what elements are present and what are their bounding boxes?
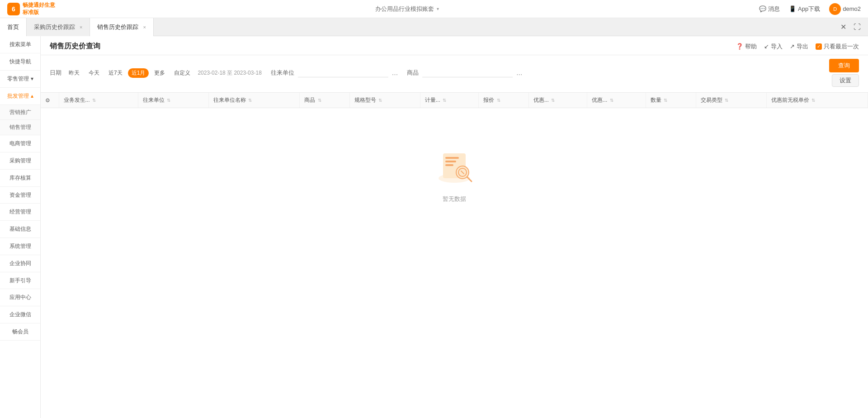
date-chip-last1m[interactable]: 近1月 [128,68,149,78]
sort-quantity-icon: ⇅ [664,98,667,103]
th-product[interactable]: 商品 ⇅ [300,93,350,108]
app-download-button[interactable]: 📱 App下载 [789,5,820,13]
table-wrapper: ⚙ 业务发生... ⇅ 往来单位 ⇅ 往来单位名称 ⇅ [41,93,868,418]
sidebar-item-inventory[interactable]: 库存核算 [0,170,40,187]
sidebar-item-member[interactable]: 畅会员 [0,323,40,341]
th-quote[interactable]: 报价 ⇅ [479,93,529,108]
sidebar-item-search[interactable]: 搜索菜单 [0,36,40,53]
export-button[interactable]: ↗ 导出 [790,43,808,51]
date-filter-group: 日期 昨天 今天 近7天 近1月 更多 自定义 2023-02-18 至 202… [50,68,262,78]
import-icon: ↙ [764,43,769,50]
column-settings-icon[interactable]: ⚙ [45,97,50,104]
only-last-checkbox[interactable]: ✓ [816,43,822,50]
main-layout: 搜索菜单 快捷导航 零售管理 ▾ 批发管理 ▴ 营销推广 销售管理 电商管理 采… [0,36,868,418]
product-dots-button[interactable]: ... [516,69,522,77]
close-window-button[interactable]: ✕ [839,21,848,33]
logo-text: 畅捷通好生意 标准版 [23,2,55,16]
date-label: 日期 [50,69,61,77]
product-label: 商品 [407,69,419,77]
th-biz-date[interactable]: 业务发生... ⇅ [59,93,138,108]
sidebar-item-wechat[interactable]: 企业微信 [0,306,40,323]
message-button[interactable]: 💬 消息 [759,5,780,13]
sidebar-item-system[interactable]: 系统管理 [0,238,40,255]
th-discount2[interactable]: 优惠... ⇅ [587,93,646,108]
table-header: ⚙ 业务发生... ⇅ 往来单位 ⇅ 往来单位名称 ⇅ [41,93,868,108]
sidebar-item-finance[interactable]: 资金管理 [0,187,40,204]
sort-partner-code-icon: ⇅ [167,98,170,103]
page-title-row: 销售历史价查询 ❓ 帮助 ↙ 导入 ↗ 导出 ✓ [50,42,859,55]
th-pretax-price[interactable]: 优惠前无税单价 ⇅ [766,93,868,108]
sidebar-item-guide[interactable]: 新手引导 [0,272,40,290]
tab-purchase-close-icon[interactable]: × [80,24,82,30]
date-chip-more[interactable]: 更多 [151,68,169,78]
maximize-window-button[interactable]: ⛶ [852,21,863,33]
product-input[interactable] [422,68,513,77]
partner-label: 往来单位 [271,69,294,77]
partner-dots-button[interactable]: ... [392,69,398,77]
th-unit[interactable]: 计量... ⇅ [420,93,479,108]
sidebar-item-ecommerce[interactable]: 电商管理 [0,135,40,152]
tab-window-actions: ✕ ⛶ [839,21,868,33]
tab-bar: 首页 采购历史价跟踪 × 销售历史价跟踪 × ✕ ⛶ [0,18,868,36]
th-partner-name[interactable]: 往来单位名称 ⇅ [208,93,300,108]
th-partner-code[interactable]: 往来单位 ⇅ [138,93,208,108]
sidebar-item-basic-info[interactable]: 基础信息 [0,221,40,238]
product-filter-group: 商品 ... [407,68,522,77]
sort-partner-name-icon: ⇅ [248,98,252,103]
sort-discount1-icon: ⇅ [551,98,555,103]
only-last-toggle[interactable]: ✓ 只看最后一次 [816,43,859,51]
logo-area: 6 畅捷通好生意 标准版 [7,2,55,16]
sidebar-item-enterprise[interactable]: 企业协同 [0,255,40,272]
query-button[interactable]: 查询 [829,59,859,72]
date-chip-today[interactable]: 今天 [85,68,103,78]
tab-home-label: 首页 [7,23,19,31]
sidebar-item-shortcuts[interactable]: 快捷导航 [0,53,40,71]
tab-purchase-history[interactable]: 采购历史价跟踪 × [27,18,90,36]
filter-row: 日期 昨天 今天 近7天 近1月 更多 自定义 2023-02-18 至 202… [50,59,859,87]
filter-right-actions: 查询 设置 [829,59,859,87]
sidebar-item-operations[interactable]: 经营管理 [0,204,40,221]
sort-product-icon: ⇅ [318,98,321,103]
date-chip-custom[interactable]: 自定义 [170,68,194,78]
date-chip-yesterday[interactable]: 昨天 [65,68,83,78]
import-button[interactable]: ↙ 导入 [764,43,783,51]
sidebar-item-marketing[interactable]: 营销推广 [0,105,40,120]
wholesale-collapse-icon: ▴ [31,93,33,99]
user-menu[interactable]: D demo2 [829,3,861,15]
sidebar-item-purchase[interactable]: 采购管理 [0,152,40,170]
tab-sales-close-icon[interactable]: × [143,24,146,30]
top-bar: 6 畅捷通好生意 标准版 办公用品行业模拟账套 ▾ 💬 消息 📱 App下载 D… [0,0,868,18]
sidebar-sub-wholesale: 营销推广 销售管理 [0,105,40,136]
message-icon: 💬 [759,5,766,12]
date-chip-last7[interactable]: 近7天 [105,68,126,78]
date-chips: 昨天 今天 近7天 近1月 更多 自定义 [65,68,194,78]
th-trade-type[interactable]: 交易类型 ⇅ [696,93,766,108]
settings-button[interactable]: 设置 [832,74,859,87]
date-range-text: 2023-02-18 至 2023-03-18 [198,69,261,77]
top-bar-left: 6 畅捷通好生意 标准版 [7,2,55,16]
tab-home[interactable]: 首页 [0,18,27,36]
avatar: D [829,3,841,15]
tab-sales-history[interactable]: 销售历史价跟踪 × [90,18,153,36]
top-bar-center: 办公用品行业模拟账套 ▾ [375,5,439,13]
th-discount1[interactable]: 优惠... ⇅ [528,93,587,108]
top-bar-right: 💬 消息 📱 App下载 D demo2 [759,3,861,15]
th-spec[interactable]: 规格型号 ⇅ [349,93,420,108]
sidebar: 搜索菜单 快捷导航 零售管理 ▾ 批发管理 ▴ 营销推广 销售管理 电商管理 采… [0,36,41,418]
svg-rect-3 [445,161,456,162]
page-title: 销售历史价查询 [50,42,100,51]
help-button[interactable]: ❓ 帮助 [736,43,757,51]
sidebar-item-wholesale[interactable]: 批发管理 ▴ [0,88,40,105]
sort-unit-icon: ⇅ [443,98,446,103]
content-area: 销售历史价查询 ❓ 帮助 ↙ 导入 ↗ 导出 ✓ [41,36,868,418]
svg-rect-4 [445,164,453,166]
sidebar-item-app-center[interactable]: 应用中心 [0,289,40,306]
user-name: demo2 [843,5,861,12]
sidebar-item-sales-mgmt[interactable]: 销售管理 [0,120,40,135]
dropdown-arrow-icon[interactable]: ▾ [437,6,439,11]
empty-icon [432,144,477,190]
tab-sales-history-label: 销售历史价跟踪 [97,23,138,31]
th-quantity[interactable]: 数量 ⇅ [646,93,696,108]
sidebar-item-retail[interactable]: 零售管理 ▾ [0,71,40,88]
partner-input[interactable] [298,68,388,77]
